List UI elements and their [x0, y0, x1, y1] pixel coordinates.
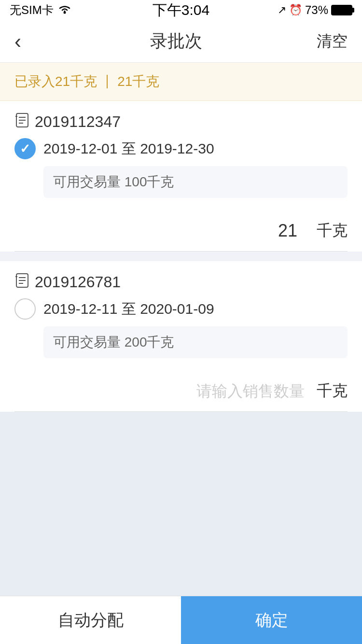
qty-input-unit-2: 千克 — [317, 380, 348, 402]
svg-point-0 — [63, 12, 66, 14]
back-button[interactable]: ‹ — [14, 30, 43, 53]
batch-icon-1 — [14, 112, 30, 131]
batch-header-2: 2019126781 — [14, 273, 348, 292]
carrier-text: 无SIM卡 — [10, 2, 54, 18]
batch-item-1: 2019112347 2019-12-01 至 2019-12-30 可用交易量… — [0, 101, 362, 215]
batch-icon-2 — [14, 273, 30, 292]
wifi-icon — [57, 3, 72, 17]
battery-percent: 73% — [305, 3, 328, 17]
batch-available-1: 可用交易量 100千克 — [43, 166, 348, 198]
confirm-button[interactable]: 确定 — [181, 596, 362, 644]
bottom-bar: 自动分配 确定 — [0, 596, 362, 644]
batch-card-1: 2019112347 2019-12-01 至 2019-12-30 可用交易量… — [0, 101, 362, 252]
qty-input-2[interactable] — [14, 382, 312, 400]
content-area: 已录入21千克 21千克 2019112347 2 — [0, 63, 362, 624]
radio-btn-2[interactable] — [14, 298, 36, 320]
empty-area — [0, 412, 362, 624]
batch-item-2: 2019126781 2019-12-11 至 2020-01-09 可用交易量… — [0, 261, 362, 376]
qty-value-1: 21 — [278, 221, 297, 241]
clear-button[interactable]: 清空 — [309, 31, 348, 52]
auto-distribute-button[interactable]: 自动分配 — [0, 596, 181, 644]
batch-date-1: 2019-12-01 至 2019-12-30 — [43, 139, 214, 159]
batch-card-2: 2019126781 2019-12-11 至 2020-01-09 可用交易量… — [0, 261, 362, 412]
batch-header-1: 2019112347 — [14, 112, 348, 131]
recorded-amount: 已录入21千克 — [14, 72, 97, 91]
status-bar-right: ↗ ⏰ 73% — [278, 3, 352, 17]
batch-id-2: 2019126781 — [35, 273, 121, 291]
batch-date-2: 2019-12-11 至 2020-01-09 — [43, 299, 214, 319]
batch-date-row-1[interactable]: 2019-12-01 至 2019-12-30 — [14, 138, 348, 159]
info-banner: 已录入21千克 21千克 — [0, 63, 362, 101]
battery-icon — [331, 5, 352, 15]
alarm-icon: ⏰ — [289, 4, 302, 16]
qty-input-wrapper-2: 千克 — [0, 376, 362, 411]
page-title: 录批次 — [150, 29, 202, 53]
status-bar: 无SIM卡 下午3:04 ↗ ⏰ 73% — [0, 0, 362, 20]
amount-value: 21千克 — [117, 72, 159, 91]
qty-row-1: 21 千克 — [0, 215, 362, 251]
radio-btn-1[interactable] — [14, 138, 36, 159]
status-bar-time: 下午3:04 — [153, 0, 209, 20]
batch-available-2: 可用交易量 200千克 — [43, 326, 348, 358]
card-separator-1 — [0, 252, 362, 261]
banner-divider — [107, 75, 108, 88]
batch-id-1: 2019112347 — [35, 113, 121, 131]
status-bar-left: 无SIM卡 — [10, 2, 72, 18]
nav-bar: ‹ 录批次 清空 — [0, 20, 362, 63]
batch-date-row-2[interactable]: 2019-12-11 至 2020-01-09 — [14, 298, 348, 320]
qty-unit-1: 千克 — [317, 220, 348, 241]
location-icon: ↗ — [278, 4, 286, 16]
